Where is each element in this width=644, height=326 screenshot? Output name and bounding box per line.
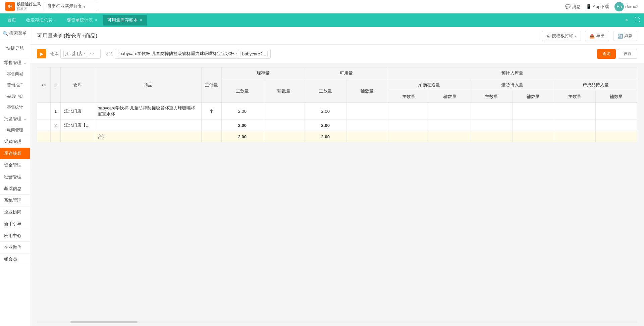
sidebar-item-retail-stats[interactable]: 零售统计 (0, 102, 30, 113)
top-bar: 好 畅捷通好生意 标准版 母婴行业演示账套 💬 消息 📱 App下载 Ea de… (0, 0, 644, 13)
sidebar-purchase-label: 采购管理 (4, 139, 21, 145)
product-tag-babycare[interactable]: babycare学饮杯 儿童防摔防撞吸管杯重力球吸嘴杯宝宝水杯 × (118, 50, 239, 57)
set-btn[interactable]: 设置 (618, 49, 637, 59)
summary-available-aux (346, 131, 388, 142)
sidebar-newbie-header[interactable]: 新手引导 (0, 218, 30, 230)
warehouse-more-btn[interactable]: ··· (89, 51, 96, 57)
tab-receipt[interactable]: 收发存汇总表 × (21, 15, 61, 26)
sidebar-item-member-center[interactable]: 会员中心 (0, 91, 30, 102)
filter-actions: 查询 设置 (597, 49, 637, 59)
sidebar-enterprise-label: 企业协同 (4, 209, 21, 215)
col-production-main-header: 主数量 (554, 91, 596, 103)
close-all-btn[interactable]: × (623, 16, 631, 24)
summary-stock-main: 2.00 (222, 131, 263, 142)
expand-btn[interactable]: ⛶ (633, 16, 641, 24)
sidebar-basic-header[interactable]: 基础信息 (0, 183, 30, 194)
sidebar-enterprise-header[interactable]: 企业协同 (0, 206, 30, 218)
sidebar-wecom-label: 企业微信 (4, 244, 21, 250)
row1-purchase-main (388, 103, 429, 120)
col-incoming-aux-header: 辅数量 (513, 91, 554, 103)
tab-home[interactable]: 首页 (3, 15, 21, 26)
sidebar-purchase-header[interactable]: 采购管理 (0, 136, 30, 147)
download-label: App下载 (593, 4, 609, 10)
row2-purchase-aux (429, 120, 471, 131)
page-title-row: 可用量查询(按仓库+商品) 🖨 按模板打印 📤 导出 🔄 刷新 (37, 31, 637, 44)
app-download-btn[interactable]: 📱 App下载 (586, 4, 609, 10)
tenant-selector[interactable]: 母婴行业演示账套 (44, 2, 97, 11)
col-incoming-header: 进货待入量 (471, 79, 554, 91)
product-tag-close-1[interactable]: × (235, 52, 237, 56)
sidebar-retail-header[interactable]: 零售管理 (0, 57, 30, 68)
sidebar-operations-header[interactable]: 经营管理 (0, 171, 30, 183)
logo-icon: 好 (5, 2, 15, 11)
product-tag-container[interactable]: babycare学饮杯 儿童防摔防撞吸管杯重力球吸嘴杯宝宝水杯 × babyca… (115, 49, 271, 59)
col-incoming-main-header: 主数量 (471, 91, 513, 103)
user-profile[interactable]: Ea demo2 (614, 2, 639, 11)
sidebar-member-header[interactable]: 畅会员 (0, 253, 30, 265)
page-header: 可用量查询(按仓库+商品) 🖨 按模板打印 📤 导出 🔄 刷新 (30, 27, 644, 45)
col-stock-aux-header: 辅数量 (263, 79, 305, 103)
scrollbar-thumb[interactable] (70, 321, 138, 323)
export-btn[interactable]: 📤 导出 (585, 31, 609, 41)
warehouse-tag-container[interactable]: 江北门店 × ··· (60, 49, 101, 59)
print-label: 按模板打印 (552, 33, 574, 39)
warehouse-tag-jingbei[interactable]: 江北门店 × (63, 50, 87, 57)
row1-product: babycare学饮杯 儿童防摔防撞吸管杯重力球吸嘴杯宝宝水杯 (94, 103, 202, 120)
refresh-btn[interactable]: 🔄 刷新 (613, 31, 637, 41)
row1-stock-aux (263, 103, 305, 120)
summary-purchase-main (388, 131, 429, 142)
row1-unit: 个 (202, 103, 222, 120)
tab-bar-right: × ⛶ (623, 16, 641, 24)
sidebar-system-header[interactable]: 系统管理 (0, 195, 30, 206)
message-label: 消息 (572, 4, 581, 10)
col-available-header: 可用量 (305, 67, 388, 79)
sidebar-item-quicknav[interactable]: 快捷导航 (0, 43, 30, 54)
warehouse-filter-label: 仓库 (50, 51, 58, 57)
warehouse-tag-close[interactable]: × (84, 52, 86, 56)
tab-available-close[interactable]: × (140, 18, 142, 22)
tab-receipt-close[interactable]: × (54, 18, 57, 22)
tab-available[interactable]: 可用量库存账本 × (103, 15, 147, 26)
filter-toggle-btn[interactable]: ▶ (37, 49, 46, 58)
row2-available-aux (346, 120, 388, 131)
col-available-aux-header: 辅数量 (346, 79, 388, 103)
sidebar: 🔍 搜索菜单 快捷导航 零售管理 零售商城 营销推广 会员中心 零售统计 批发管… (0, 27, 30, 326)
sidebar-wholesale-header[interactable]: 批发管理 (0, 113, 30, 125)
gear-icon[interactable]: ⚙ (42, 83, 46, 88)
row1-available-aux (346, 103, 388, 120)
sidebar-item-marketing[interactable]: 营销推广 (0, 80, 30, 91)
col-stock-header: 现存量 (222, 67, 305, 79)
row1-gear (37, 103, 51, 120)
sidebar-inventory-header[interactable]: 库存核算 (0, 148, 30, 159)
tenant-dropdown-icon (84, 4, 85, 9)
main-layout: 🔍 搜索菜单 快捷导航 零售管理 零售商城 营销推广 会员中心 零售统计 批发管… (0, 27, 644, 326)
sidebar-nav: 快捷导航 (0, 40, 30, 57)
print-btn[interactable]: 🖨 按模板打印 (542, 31, 581, 41)
sidebar-quicknav-label: 快捷导航 (6, 45, 24, 51)
export-label: 导出 (596, 33, 605, 39)
product-tag-babycare2[interactable]: babycare?... (240, 51, 268, 57)
tab-requisition[interactable]: 要货单统计表 × (62, 15, 102, 26)
sidebar-appstore-header[interactable]: 应用中心 (0, 230, 30, 241)
message-btn[interactable]: 💬 消息 (565, 4, 581, 10)
top-bar-left: 好 畅捷通好生意 标准版 母婴行业演示账套 (5, 2, 97, 11)
print-dropdown-icon (575, 34, 577, 39)
sidebar-section-appstore: 应用中心 (0, 230, 30, 242)
sidebar-search[interactable]: 🔍 搜索菜单 (0, 27, 30, 40)
sidebar-wholesale-label: 批发管理 (4, 116, 21, 122)
sidebar-item-retail-mall[interactable]: 零售商城 (0, 68, 30, 80)
sidebar-item-ecom[interactable]: 电商管理 (0, 125, 30, 136)
sidebar-finance-label: 资金管理 (4, 162, 21, 168)
horizontal-scrollbar[interactable] (37, 321, 637, 323)
row2-production-aux (596, 120, 637, 131)
summary-production-aux (596, 131, 637, 142)
query-btn[interactable]: 查询 (597, 49, 616, 59)
tenant-name: 母婴行业演示账套 (47, 3, 82, 9)
row1-stock-main: 2.00 (222, 103, 263, 120)
sidebar-section-member: 畅会员 (0, 253, 30, 265)
sidebar-wecom-header[interactable]: 企业微信 (0, 242, 30, 253)
sidebar-finance-header[interactable]: 资金管理 (0, 159, 30, 171)
tab-requisition-close[interactable]: × (95, 18, 97, 22)
avatar: Ea (614, 2, 624, 11)
summary-warehouse (61, 131, 94, 142)
